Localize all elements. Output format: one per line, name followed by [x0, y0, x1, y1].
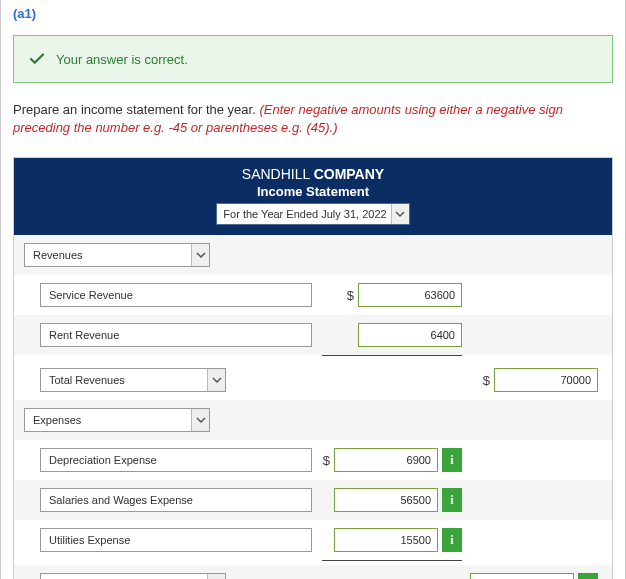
- statement-header: SANDHILL COMPANY Income Statement: [14, 158, 612, 203]
- service-revenue-amount[interactable]: 63600: [358, 283, 462, 307]
- info-icon[interactable]: i: [578, 573, 598, 579]
- currency-label: $: [342, 288, 354, 303]
- chevron-down-icon: [191, 244, 209, 266]
- chevron-down-icon: [207, 369, 225, 391]
- select-value: Depreciation Expense: [49, 454, 157, 466]
- part-label: (a1): [13, 0, 613, 35]
- feedback-text: Your answer is correct.: [56, 52, 188, 67]
- currency-label: $: [478, 373, 490, 388]
- select-value: Rent Revenue: [49, 329, 119, 341]
- rent-revenue-select[interactable]: Rent Revenue: [40, 323, 312, 347]
- info-icon[interactable]: i: [442, 528, 462, 552]
- depreciation-expense-amount[interactable]: 6900: [334, 448, 438, 472]
- instructions: Prepare an income statement for the year…: [13, 101, 613, 137]
- instruction-plain: Prepare an income statement for the year…: [13, 102, 259, 117]
- total-revenues-select[interactable]: Total Revenues: [40, 368, 226, 392]
- select-value: Revenues: [33, 249, 83, 261]
- total-expenses-select[interactable]: Total Expenses: [40, 573, 226, 579]
- service-revenue-select[interactable]: Service Revenue: [40, 283, 312, 307]
- statement-title: Income Statement: [14, 184, 612, 199]
- rent-revenue-amount[interactable]: 6400: [358, 323, 462, 347]
- expenses-header-select[interactable]: Expenses: [24, 408, 210, 432]
- info-icon[interactable]: i: [442, 488, 462, 512]
- company-name-bold: COMPANY: [314, 166, 385, 182]
- select-value: Utilities Expense: [49, 534, 130, 546]
- utilities-expense-amount[interactable]: 15500: [334, 528, 438, 552]
- depreciation-expense-select[interactable]: Depreciation Expense: [40, 448, 312, 472]
- company-name-prefix: SANDHILL: [242, 166, 314, 182]
- select-value: Service Revenue: [49, 289, 133, 301]
- subtotal-rule: [322, 355, 462, 356]
- period-select[interactable]: For the Year Ended July 31, 2022: [216, 203, 409, 225]
- feedback-banner: Your answer is correct.: [13, 35, 613, 83]
- select-value: Salaries and Wages Expense: [49, 494, 193, 506]
- currency-label: $: [318, 453, 330, 468]
- select-value: Expenses: [33, 414, 81, 426]
- chevron-down-icon: [391, 204, 409, 224]
- total-expenses-amount[interactable]: 78900: [470, 573, 574, 579]
- chevron-down-icon: [191, 409, 209, 431]
- subtotal-rule: [322, 560, 462, 561]
- income-statement: SANDHILL COMPANY Income Statement For th…: [13, 157, 613, 579]
- salaries-expense-select[interactable]: Salaries and Wages Expense: [40, 488, 312, 512]
- total-revenues-amount[interactable]: 70000: [494, 368, 598, 392]
- info-icon[interactable]: i: [442, 448, 462, 472]
- salaries-expense-amount[interactable]: 56500: [334, 488, 438, 512]
- revenues-header-select[interactable]: Revenues: [24, 243, 210, 267]
- chevron-down-icon: [207, 574, 225, 579]
- utilities-expense-select[interactable]: Utilities Expense: [40, 528, 312, 552]
- check-icon: [28, 50, 46, 68]
- period-select-value: For the Year Ended July 31, 2022: [223, 208, 386, 220]
- select-value: Total Revenues: [49, 374, 125, 386]
